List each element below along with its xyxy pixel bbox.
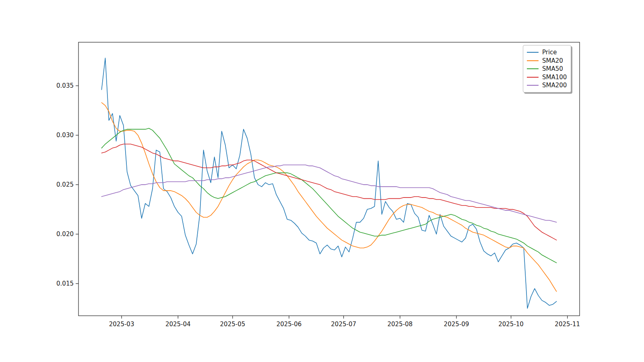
legend-item-sma20: SMA20	[527, 57, 567, 65]
legend-item-sma50: SMA50	[527, 65, 567, 73]
legend-item-sma200: SMA200	[527, 81, 567, 90]
x-tick-label: 2025-09	[444, 321, 469, 328]
price-line-swatch	[527, 52, 539, 53]
legend-label-sma200: SMA200	[542, 82, 567, 89]
x-tick-label: 2025-06	[277, 321, 302, 328]
legend-item-price: Price	[527, 48, 567, 57]
x-tick-label: 2025-07	[331, 321, 356, 328]
x-tick-label: 2025-05	[220, 321, 246, 328]
x-tick-label: 2025-10	[498, 321, 524, 328]
chart-figure: 0.0150.0200.0250.0300.0352025-032025-042…	[0, 0, 644, 362]
sma200-line-swatch	[527, 85, 539, 86]
y-tick-label: 0.015	[56, 280, 74, 287]
sma20-line-swatch	[527, 60, 539, 61]
y-tick-label: 0.035	[56, 82, 74, 89]
legend-label-sma50: SMA50	[542, 65, 563, 72]
legend[interactable]: Price SMA20 SMA50 SMA100 SMA200	[523, 45, 571, 93]
legend-item-sma100: SMA100	[527, 73, 567, 82]
x-tick-label: 2025-03	[109, 321, 134, 328]
x-tick-label: 2025-04	[165, 321, 191, 328]
x-tick-label: 2025-11	[555, 321, 580, 328]
y-tick-label: 0.030	[56, 132, 74, 139]
sma100-line-swatch	[527, 77, 539, 78]
sma50-line-swatch	[527, 68, 539, 69]
legend-label-sma20: SMA20	[542, 57, 563, 64]
legend-label-sma100: SMA100	[542, 74, 567, 81]
y-tick-label: 0.020	[56, 230, 74, 238]
x-tick-label: 2025-08	[387, 321, 413, 328]
legend-label-price: Price	[542, 49, 557, 56]
y-tick-label: 0.025	[56, 181, 74, 188]
